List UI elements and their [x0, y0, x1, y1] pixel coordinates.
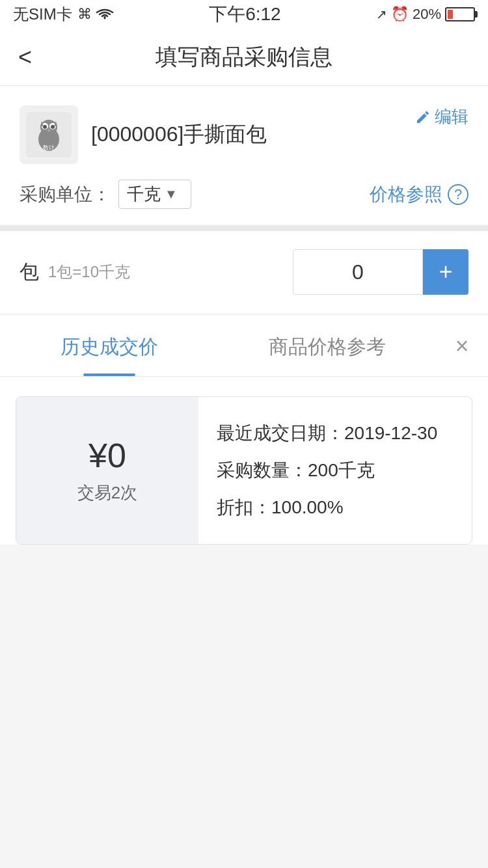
quantity-row: 包 1包=10千克 0 + [0, 231, 488, 313]
transaction-right: 最近成交日期：2019-12-30 采购数量：200千克 折扣：100.00% [198, 397, 472, 544]
quantity-input[interactable]: 0 [293, 249, 423, 295]
carrier-label: 无SIM卡 [13, 4, 72, 25]
battery-icon [445, 7, 475, 21]
discount-row: 折扣：100.00% [217, 495, 454, 520]
battery-fill [448, 10, 453, 19]
unit-hint: 1包=10千克 [48, 262, 130, 282]
nav-bar: < 填写商品采购信息 [0, 29, 488, 86]
price-ref-label: 价格参照 [370, 182, 442, 207]
quantity-plus-button[interactable]: + [423, 249, 468, 295]
status-left: 无SIM卡 ⌘ [13, 4, 114, 25]
product-image: 数计 [20, 105, 78, 164]
recent-date-row: 最近成交日期：2019-12-30 [217, 420, 454, 446]
battery-percentage: 20% [413, 6, 441, 23]
svg-point-5 [43, 125, 47, 129]
price-reference-button[interactable]: 价格参照 ? [370, 182, 468, 207]
discount-label: 折扣： [217, 497, 271, 517]
svg-point-6 [51, 125, 55, 129]
svg-text:数计: 数计 [43, 144, 55, 151]
product-footer: 采购单位： 千克 ▼ 价格参照 ? [20, 180, 468, 209]
product-id: [0000006] [91, 122, 183, 146]
product-name-text: 手撕面包 [183, 122, 267, 146]
quantity-control: 0 + [293, 249, 468, 295]
tabs-header: 历史成交价 商品价格参考 × [0, 316, 488, 377]
recent-date-value: 2019-12-30 [344, 423, 437, 443]
location-icon: ↗ [376, 7, 387, 22]
transaction-count: 交易2次 [77, 481, 137, 504]
tab-close-button[interactable]: × [436, 332, 488, 360]
product-header: 数计 [0000006]手撕面包 编辑 [20, 105, 468, 164]
product-name: [0000006]手撕面包 [91, 120, 267, 149]
unit-select-button[interactable]: 千克 ▼ [118, 180, 191, 209]
dropdown-arrow-icon: ▼ [165, 187, 178, 202]
tab-history-price-label: 历史成交价 [61, 336, 158, 357]
transaction-price: ¥0 [88, 436, 126, 475]
product-section: 数计 [0000006]手撕面包 编辑 采购单位： 千克 ▼ 价格参照 ? [0, 86, 488, 224]
purchase-qty-value: 200千克 [308, 460, 375, 480]
status-right: ↗ ⏰ 20% [376, 6, 475, 23]
product-left: 数计 [0000006]手撕面包 [20, 105, 267, 164]
unit-value: 千克 [127, 183, 161, 206]
unit-section: 采购单位： 千克 ▼ [20, 180, 191, 209]
tab-history-price[interactable]: 历史成交价 [0, 316, 218, 376]
edit-icon [415, 109, 431, 125]
product-thumbnail: 数计 [26, 112, 72, 157]
status-time: 下午6:12 [209, 2, 281, 27]
wifi-icon: ⌘ [77, 6, 114, 23]
main-content [0, 564, 488, 868]
transaction-card: ¥0 交易2次 最近成交日期：2019-12-30 采购数量：200千克 折扣：… [16, 396, 472, 545]
edit-button[interactable]: 编辑 [415, 105, 468, 128]
tab-price-reference[interactable]: 商品价格参考 [218, 316, 436, 376]
alarm-icon: ⏰ [391, 6, 409, 23]
tab-price-reference-label: 商品价格参考 [269, 336, 386, 357]
unit-label: 采购单位： [20, 182, 111, 207]
status-bar: 无SIM卡 ⌘ 下午6:12 ↗ ⏰ 20% [0, 0, 488, 29]
quantity-left: 包 1包=10千克 [20, 259, 130, 286]
tabs-section: 历史成交价 商品价格参考 × ¥0 交易2次 最近成交日期：2019-12-30… [0, 316, 488, 545]
purchase-qty-label: 采购数量： [217, 460, 308, 480]
back-button[interactable]: < [18, 44, 32, 71]
help-icon: ? [448, 184, 468, 205]
recent-date-label: 最近成交日期： [217, 423, 344, 443]
unit-badge: 包 [20, 259, 39, 286]
page-title: 填写商品采购信息 [156, 42, 332, 72]
separator [0, 226, 488, 231]
transaction-left: ¥0 交易2次 [16, 397, 198, 544]
discount-value: 100.00% [271, 497, 344, 517]
purchase-qty-row: 采购数量：200千克 [217, 457, 454, 483]
